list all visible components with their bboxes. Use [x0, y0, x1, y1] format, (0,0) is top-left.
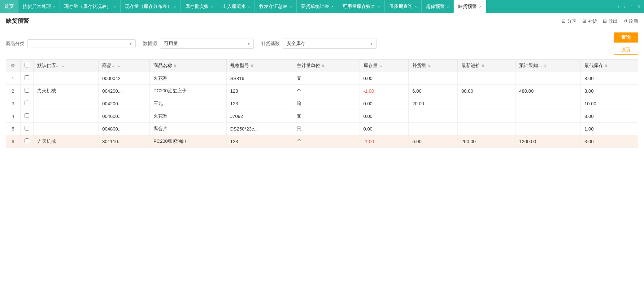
tab-close-8[interactable]: ×	[378, 4, 380, 9]
tab-item-10[interactable]: 超储预警×	[422, 0, 454, 13]
replenish-sort[interactable]: 补货量 ⇅	[412, 62, 454, 69]
table-header-row: ⚙ 默认供应... ⇅ 商品... ⇅	[6, 59, 638, 72]
row-min-stock-2: 10.00	[581, 97, 638, 110]
supplier-col-label: 默认供应...	[37, 62, 60, 69]
est-purchase-sort-icon: ⇅	[543, 64, 546, 68]
row-checkbox-1[interactable]	[20, 85, 33, 97]
tab-next-button[interactable]: ›	[622, 0, 628, 13]
replenish-base-filter-group: 补货基数 安全库存 ▾	[261, 39, 377, 49]
tab-item-1[interactable]: 拣货异常处理×	[18, 0, 60, 13]
tab-close-3[interactable]: ×	[174, 4, 176, 9]
select-all-checkbox[interactable]	[25, 63, 29, 67]
row-code-3: 004600...	[99, 110, 150, 123]
row-select-5[interactable]	[25, 138, 29, 143]
row-stock-1: -1.00	[360, 85, 409, 97]
table-body: 1 0000042 火花塞 SS816 支 0.00 8.00 2 力天机械 0…	[6, 72, 638, 148]
row-select-0[interactable]	[25, 75, 29, 80]
latest-price-sort[interactable]: 最新进价 ⇅	[461, 62, 512, 69]
tab-close-6[interactable]: ×	[290, 4, 292, 9]
datasource-filter-group: 数据源 可用量 ▾	[143, 39, 254, 49]
settings-button[interactable]: 设置	[614, 45, 638, 55]
unit-sort[interactable]: 主计量单位 ⇅	[297, 62, 356, 69]
tab-close-4[interactable]: ×	[211, 4, 213, 9]
row-checkbox-4[interactable]	[20, 123, 33, 135]
tab-close-7[interactable]: ×	[331, 4, 334, 9]
tab-item-3[interactable]: 现存量（库存分布表）×	[121, 0, 181, 13]
row-name-1: PC200油缸庄子	[150, 85, 227, 97]
main-content: 缺货预警 ⊡ 分享 ⊞ 补货 ⊟ 导出 ↺ 刷新 商品分类	[0, 13, 644, 287]
datasource-dropdown-icon: ▾	[248, 41, 250, 46]
tab-item-7[interactable]: 要货单统计表×	[297, 0, 338, 13]
min-stock-sort[interactable]: 最低库存 ⇅	[584, 62, 635, 69]
row-latest-price-4	[458, 123, 515, 135]
est-purchase-sort[interactable]: 预计采购... ⇅	[519, 62, 577, 69]
spec-col-label: 规格型号	[230, 62, 249, 69]
replenish-base-select[interactable]: 安全库存 ▾	[283, 39, 377, 49]
row-min-stock-3: 8.00	[581, 110, 638, 123]
share-action[interactable]: ⊡ 分享	[562, 18, 576, 25]
row-supplier-1: 力天机械	[33, 85, 99, 97]
export-action[interactable]: ⊟ 导出	[603, 18, 618, 25]
replenish-action[interactable]: ⊞ 补货	[582, 18, 597, 25]
tab-item-9[interactable]: 保质期查询×	[385, 0, 422, 13]
query-button[interactable]: 查询	[614, 32, 638, 43]
spec-sort[interactable]: 规格型号 ⇅	[230, 62, 289, 69]
row-checkbox-5[interactable]	[20, 135, 33, 148]
row-est-purchase-5: 1200.00	[515, 135, 581, 148]
row-spec-2: 123	[226, 97, 293, 110]
tab-maximize-button[interactable]: □	[628, 0, 635, 13]
code-sort[interactable]: 商品... ⇅	[102, 62, 146, 69]
row-min-stock-1: 3.00	[581, 85, 638, 97]
supplier-sort[interactable]: 默认供应... ⇅	[37, 62, 95, 69]
stock-sort[interactable]: 库存量 ⇅	[364, 62, 405, 69]
row-est-purchase-3	[515, 110, 581, 123]
row-select-1[interactable]	[25, 88, 29, 93]
row-stock-2: 0.00	[360, 97, 409, 110]
tab-close-9[interactable]: ×	[415, 4, 417, 9]
tab-close-window-button[interactable]: ×	[635, 0, 643, 13]
refresh-icon: ↺	[623, 18, 627, 24]
row-name-0: 火花塞	[150, 72, 227, 85]
name-sort[interactable]: 商品名称 ⇅	[153, 62, 223, 69]
tab-close-11[interactable]: ×	[479, 4, 481, 9]
row-select-2[interactable]	[25, 101, 29, 105]
tab-item-2[interactable]: 现存量（库存状况表）×	[60, 0, 120, 13]
category-select[interactable]: ▾	[27, 39, 136, 48]
tab-label-9: 保质期查询	[389, 3, 413, 10]
tab-item-11[interactable]: 缺货预警×	[454, 0, 486, 13]
name-sort-icon: ⇅	[174, 64, 177, 68]
tab-close-10[interactable]: ×	[447, 4, 449, 9]
tab-item-5[interactable]: 出入库流水×	[218, 0, 255, 13]
row-spec-4: DS250*23c...	[226, 123, 293, 135]
tab-item-4[interactable]: 库存批次账×	[181, 0, 218, 13]
replenish-col-label: 补货量	[412, 62, 426, 69]
page-header: 缺货预警 ⊡ 分享 ⊞ 补货 ⊟ 导出 ↺ 刷新	[0, 13, 644, 28]
row-select-3[interactable]	[25, 113, 29, 118]
refresh-action[interactable]: ↺ 刷新	[623, 18, 638, 25]
table-container: ⚙ 默认供应... ⇅ 商品... ⇅	[0, 59, 644, 148]
category-filter-group: 商品分类 ▾	[6, 39, 136, 48]
row-name-2: 三九	[150, 97, 227, 110]
tab-item-8[interactable]: 可用量库存账本×	[338, 0, 384, 13]
name-col-label: 商品名称	[153, 62, 172, 69]
row-checkbox-3[interactable]	[20, 110, 33, 123]
tab-item-6[interactable]: 收发存汇总表×	[255, 0, 296, 13]
datasource-select[interactable]: 可用量 ▾	[160, 39, 254, 49]
tab-close-1[interactable]: ×	[53, 4, 55, 9]
page-title: 缺货预警	[6, 17, 29, 25]
row-checkbox-0[interactable]	[20, 72, 33, 85]
code-sort-icon: ⇅	[117, 64, 120, 68]
tab-close-5[interactable]: ×	[248, 4, 250, 9]
row-est-purchase-2	[515, 97, 581, 110]
tab-label-10: 超储预警	[426, 3, 445, 10]
row-supplier-0	[33, 72, 99, 85]
column-settings-icon[interactable]: ⚙	[10, 62, 15, 69]
row-checkbox-2[interactable]	[20, 97, 33, 110]
row-num-1: 2	[6, 85, 20, 97]
tab-close-2[interactable]: ×	[113, 4, 116, 9]
row-select-4[interactable]	[25, 126, 29, 131]
datasource-label: 数据源	[143, 40, 157, 47]
tab-item-0[interactable]: 首页	[0, 0, 18, 13]
tab-prev-button[interactable]: ‹	[616, 0, 622, 13]
filter-bar: 商品分类 ▾ 数据源 可用量 ▾ 补货基数 安全库存 ▾ 查询 设置	[0, 28, 644, 59]
